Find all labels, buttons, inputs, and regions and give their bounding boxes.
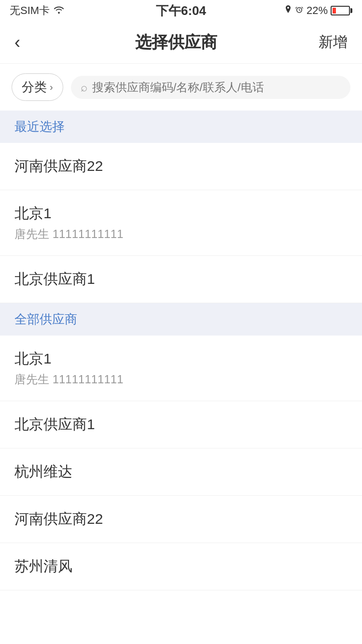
section-header-recent: 最近选择 [0,111,362,143]
add-button[interactable]: 新增 [309,32,348,52]
back-button[interactable]: ‹ [14,32,43,53]
page-title: 选择供应商 [135,31,217,54]
status-right: 22% [284,4,352,17]
list-item[interactable]: 北京供应商1 [0,256,362,303]
item-name: 北京1 [14,204,348,224]
carrier-label: 无SIM卡 [10,3,50,18]
list-item[interactable]: 苏州清风 [0,543,362,590]
item-detail: 唐先生 11111111111 [14,226,348,242]
wifi-icon [54,4,64,17]
status-left: 无SIM卡 [10,3,64,18]
chevron-right-icon: › [50,82,53,93]
battery-percent: 22% [306,4,328,17]
search-icon: ⌕ [81,81,87,94]
search-box[interactable]: ⌕ [71,76,350,99]
item-name: 河南供应商22 [14,509,348,529]
search-input[interactable] [92,81,341,94]
category-filter-button[interactable]: 分类 › [12,73,63,101]
alarm-icon [295,4,304,17]
section-header-all: 全部供应商 [0,303,362,336]
item-detail: 唐先生 11111111111 [14,372,348,387]
category-label: 分类 [22,79,47,96]
battery-icon [331,6,352,15]
location-icon [284,4,292,17]
item-name: 北京供应商1 [14,415,348,434]
list-item[interactable]: 河南供应商22 [0,143,362,190]
list-item[interactable]: 河南供应商22 [0,496,362,543]
filter-bar: 分类 › ⌕ [0,64,362,111]
supplier-list: 最近选择河南供应商22北京1唐先生 11111111111北京供应商1全部供应商… [0,111,362,590]
item-name: 河南供应商22 [14,156,348,176]
nav-bar: ‹ 选择供应商 新增 [0,21,362,64]
item-name: 苏州清风 [14,557,348,576]
list-item[interactable]: 杭州维达 [0,448,362,496]
item-name: 北京供应商1 [14,269,348,289]
list-item[interactable]: 北京供应商1 [0,401,362,448]
status-bar: 无SIM卡 下午6:04 22% [0,0,362,21]
status-time: 下午6:04 [156,2,206,19]
item-name: 北京1 [14,349,348,369]
item-name: 杭州维达 [14,462,348,482]
list-item[interactable]: 北京1唐先生 11111111111 [0,336,362,401]
list-item[interactable]: 北京1唐先生 11111111111 [0,190,362,256]
